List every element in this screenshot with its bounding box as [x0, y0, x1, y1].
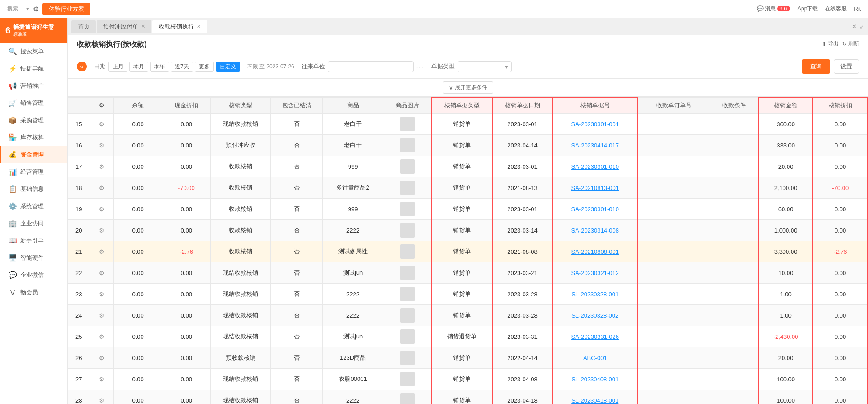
voucher-link-28[interactable]: SL-20230418-001 [571, 397, 618, 404]
last-7days-btn[interactable]: 近7天 [171, 62, 193, 72]
this-month-btn[interactable]: 本月 [129, 62, 148, 72]
col-header-amount: 核销金额 [759, 97, 813, 114]
voucher-link-27[interactable]: SL-20230408-001 [571, 376, 618, 383]
settings-icon-16[interactable]: ⚙ [99, 142, 104, 149]
voucher-link-17[interactable]: SA-20230301-010 [571, 163, 619, 170]
voucher-link-25[interactable]: SA-20230331-026 [571, 333, 619, 340]
cell-voucher_type-15: 销货单 [432, 114, 492, 135]
cell-voucher_date-21: 2021-08-08 [492, 241, 553, 262]
settings-icon-15[interactable]: ⚙ [99, 121, 104, 128]
sidebar-item-inventory[interactable]: 🏪库存核算 [0, 129, 67, 146]
voucher-link-19[interactable]: SA-20230301-010 [571, 206, 619, 213]
sidebar-item-vip[interactable]: V畅会员 [0, 284, 67, 301]
sidebar-item-search-menu[interactable]: 🔍搜索菜单 [0, 43, 67, 60]
sidebar-item-enterprise[interactable]: 🏢企业协同 [0, 215, 67, 232]
tab-prepay[interactable]: 预付冲应付单 ✕ [97, 20, 151, 33]
cell-discount-18: -70.00 [813, 177, 868, 199]
this-year-btn[interactable]: 本年 [150, 62, 169, 72]
table-area: ⚙余额现金折扣核销类型包含已结清商品商品图片核销单据类型核销单据日期核销单据号收… [68, 97, 868, 404]
app-download-link[interactable]: App下载 [797, 5, 818, 13]
voucher-link-15[interactable]: SA-20230301-001 [571, 121, 619, 128]
cell-voucher_no-18[interactable]: SA-20210813-001 [553, 177, 638, 199]
cell-voucher_no-26[interactable]: ABC-001 [553, 347, 638, 369]
sidebar-item-sales[interactable]: 🛒销售管理 [0, 95, 67, 112]
sidebar-item-wechat[interactable]: 💬企业微信 [0, 266, 67, 284]
expand-more-button[interactable]: ∨ 展开更多条件 [443, 81, 493, 94]
sidebar-item-purchase[interactable]: 📦采购管理 [0, 112, 67, 129]
cell-voucher_no-20[interactable]: SA-20230314-008 [553, 220, 638, 241]
last-month-btn[interactable]: 上月 [108, 62, 127, 72]
query-button[interactable]: 查询 [802, 59, 830, 74]
voucher-link-18[interactable]: SA-20210813-001 [571, 185, 619, 191]
cell-voucher_no-22[interactable]: SA-20230321-012 [553, 262, 638, 284]
sidebar-item-guide[interactable]: 📖新手引导 [0, 232, 67, 249]
sidebar-item-system[interactable]: ⚙️系统管理 [0, 198, 67, 215]
voucher-link-23[interactable]: SL-20230328-001 [571, 291, 618, 298]
settings-icon-18[interactable]: ⚙ [99, 185, 104, 191]
cell-no-22: 22 [68, 262, 90, 284]
settings-icon-28[interactable]: ⚙ [99, 397, 104, 404]
tab-home[interactable]: 首页 [71, 20, 96, 33]
main-table: ⚙余额现金折扣核销类型包含已结清商品商品图片核销单据类型核销单据日期核销单据号收… [68, 97, 868, 404]
cell-receipt_order-24 [637, 305, 710, 326]
solution-button[interactable]: 体验行业方案 [42, 3, 90, 15]
cell-voucher_date-15: 2023-03-01 [492, 114, 553, 135]
order-type-select[interactable] [458, 61, 512, 72]
gear-icon[interactable]: ⚙ [33, 5, 39, 13]
sidebar-item-finance[interactable]: 💰资金管理 [0, 146, 67, 163]
cell-voucher_no-21[interactable]: SA-20210808-001 [553, 241, 638, 262]
voucher-link-24[interactable]: SL-20230328-002 [571, 312, 618, 319]
settings-icon-27[interactable]: ⚙ [99, 376, 104, 383]
refresh-button[interactable]: ↻ 刷新 [842, 40, 859, 48]
cell-voucher_no-19[interactable]: SA-20230301-010 [553, 199, 638, 220]
cell-voucher_no-17[interactable]: SA-20230301-010 [553, 156, 638, 177]
settings-icon-20[interactable]: ⚙ [99, 227, 104, 234]
cell-goods-15: 老白干 [323, 114, 383, 135]
online-service-link[interactable]: 在线客服 [825, 5, 847, 13]
filter-expand-button[interactable]: » [77, 62, 87, 71]
tab-collection[interactable]: 收款核销执行 ✕ [152, 20, 207, 33]
cell-voucher_no-16[interactable]: SA-20230414-017 [553, 135, 638, 156]
logo-icon: 6 [5, 25, 10, 36]
settings-icon-24[interactable]: ⚙ [99, 312, 104, 319]
settings-icon-23[interactable]: ⚙ [99, 291, 104, 298]
sidebar-item-quick-nav[interactable]: ⚡快捷导航 [0, 60, 67, 77]
settings-icon-21[interactable]: ⚙ [99, 248, 104, 255]
sidebar-item-operations[interactable]: 📊经营管理 [0, 163, 67, 181]
tab-close-prepay[interactable]: ✕ [141, 24, 145, 29]
sidebar-item-basic-info[interactable]: 📋基础信息 [0, 181, 67, 198]
voucher-link-21[interactable]: SA-20210808-001 [571, 248, 619, 255]
cell-no-25: 25 [68, 326, 90, 347]
date-filter: 日期 上月 本月 本年 近7天 更多 自定义 [94, 62, 240, 72]
tab-close-collection[interactable]: ✕ [197, 24, 201, 29]
voucher-link-20[interactable]: SA-20230314-008 [571, 227, 619, 234]
cell-voucher_no-25[interactable]: SA-20230331-026 [553, 326, 638, 347]
tab-expand-icon[interactable]: ⤢ [859, 23, 864, 30]
cell-voucher_no-27[interactable]: SL-20230408-001 [553, 369, 638, 390]
voucher-link-26[interactable]: ABC-001 [583, 355, 607, 361]
settings-icon-26[interactable]: ⚙ [99, 355, 104, 361]
cell-discount-15: 0.00 [813, 114, 868, 135]
voucher-link-16[interactable]: SA-20230414-017 [571, 142, 619, 149]
cell-goods-21: 测试多属性 [323, 241, 383, 262]
cell-voucher_no-15[interactable]: SA-20230301-001 [553, 114, 638, 135]
cell-voucher_no-24[interactable]: SL-20230328-002 [553, 305, 638, 326]
message-icon[interactable]: 💬 消息 99+ [757, 5, 790, 13]
sidebar-item-smart-hw[interactable]: 🖥️智能硬件 [0, 249, 67, 266]
more-date-btn[interactable]: 更多 [195, 62, 214, 72]
settings-icon-22[interactable]: ⚙ [99, 270, 104, 276]
sidebar-item-marketing[interactable]: 📢营销推广 [0, 77, 67, 95]
voucher-link-22[interactable]: SA-20230321-012 [571, 270, 619, 276]
partner-input[interactable] [328, 61, 414, 72]
setting-button[interactable]: 设置 [834, 59, 859, 74]
settings-icon-25[interactable]: ⚙ [99, 333, 104, 340]
settings-icon-19[interactable]: ⚙ [99, 206, 104, 213]
cell-voucher_no-23[interactable]: SL-20230328-001 [553, 284, 638, 305]
cell-condition-19 [710, 199, 759, 220]
tab-close-icon[interactable]: ✕ [852, 23, 857, 30]
settings-icon-17[interactable]: ⚙ [99, 163, 104, 170]
export-button[interactable]: ⬆ 导出 [822, 40, 839, 48]
cell-voucher_type-25: 销货退货单 [432, 326, 492, 347]
custom-date-btn[interactable]: 自定义 [216, 62, 240, 72]
cell-voucher_no-28[interactable]: SL-20230418-001 [553, 390, 638, 404]
